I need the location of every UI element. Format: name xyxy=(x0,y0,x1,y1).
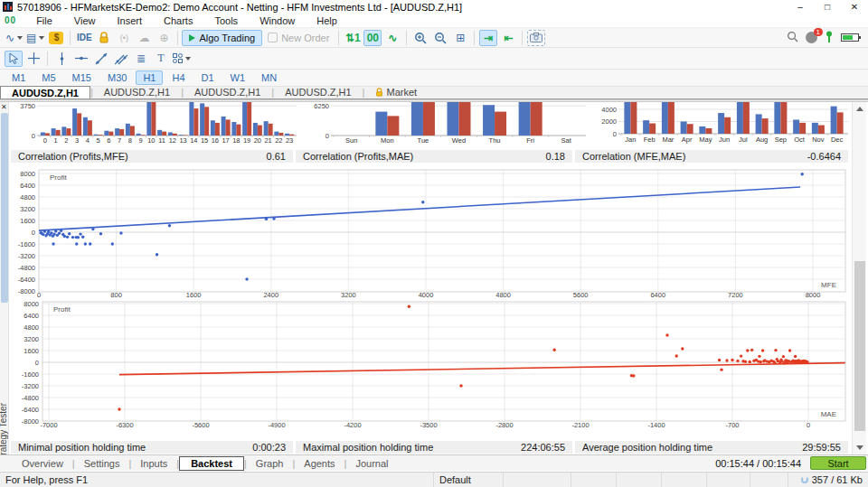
svg-text:0: 0 xyxy=(326,132,329,140)
svg-text:-3200: -3200 xyxy=(18,252,35,260)
svg-text:3750: 3750 xyxy=(20,102,35,110)
holding-time-label: Minimal position holding time xyxy=(18,442,252,453)
svg-text:Mon: Mon xyxy=(381,136,394,145)
tester-scrollbar[interactable] xyxy=(852,102,866,454)
timeframe-h4[interactable]: H4 xyxy=(165,70,192,85)
status-profile[interactable]: Default xyxy=(434,473,504,487)
timeframe-w1[interactable]: W1 xyxy=(223,70,253,85)
tester-tab-graph[interactable]: Graph xyxy=(247,457,293,470)
tester-tab-settings[interactable]: Settings xyxy=(75,457,129,470)
svg-text:2: 2 xyxy=(64,136,68,145)
svg-text:21: 21 xyxy=(264,136,271,145)
market-tab[interactable]: Market xyxy=(364,86,428,98)
minimize-button[interactable]: – xyxy=(787,1,814,14)
tile-windows-icon[interactable]: ⊞ xyxy=(451,30,469,46)
scroll-up-icon[interactable] xyxy=(856,107,863,111)
timeframe-m15[interactable]: M15 xyxy=(65,70,99,85)
svg-text:3200: 3200 xyxy=(24,335,39,343)
text-tool-icon[interactable]: T xyxy=(152,51,170,67)
chart-tab-1[interactable]: AUDUSD.Z,H1 xyxy=(93,86,181,98)
chart-shift-icon[interactable]: ⇤ xyxy=(499,30,517,46)
community-icon[interactable]: ⊕ xyxy=(155,30,173,46)
ide-button[interactable]: IDE xyxy=(75,30,93,46)
fibonacci-icon[interactable]: ≣ xyxy=(132,51,150,67)
chart-tab-0[interactable]: AUDUSD.Z,H1 xyxy=(0,86,90,98)
svg-text:-3200: -3200 xyxy=(22,382,39,390)
menu-bar: 00 FileViewInsertChartsToolsWindowHelp xyxy=(0,14,868,28)
zoom-out-icon[interactable] xyxy=(431,30,449,46)
correlation-value: -0.6464 xyxy=(807,151,841,162)
menu-item-tools[interactable]: Tools xyxy=(203,15,249,26)
vertical-line-icon[interactable] xyxy=(52,51,71,67)
title-bar: 57018906 - HFMarketsKE-Demo2: Demo Accou… xyxy=(0,0,868,14)
menu-item-charts[interactable]: Charts xyxy=(153,15,203,26)
menu-item-help[interactable]: Help xyxy=(306,15,348,26)
line-chart-icon[interactable]: ∿ xyxy=(383,30,401,46)
holding-time-value: 224:06:55 xyxy=(521,442,565,453)
timeframe-h1[interactable]: H1 xyxy=(136,70,163,85)
svg-text:-4800: -4800 xyxy=(22,394,39,402)
correlation-cell-2: Correlation (MFE,MAE)-0.6464 xyxy=(575,150,848,163)
close-button[interactable]: ✕ xyxy=(841,1,868,14)
crosshair-icon[interactable] xyxy=(24,51,42,67)
timeframe-m30[interactable]: M30 xyxy=(100,70,134,85)
tester-left-scrollbar[interactable] xyxy=(1,113,8,303)
tester-tab-journal[interactable]: Journal xyxy=(346,457,397,470)
deposit-icon[interactable]: $ xyxy=(47,30,65,46)
timeframe-m1[interactable]: M1 xyxy=(5,70,33,85)
menu-item-insert[interactable]: Insert xyxy=(107,15,154,26)
tester-tab-agents[interactable]: Agents xyxy=(295,457,344,470)
notification-badge: 1 xyxy=(814,28,823,36)
timeframe-m5[interactable]: M5 xyxy=(34,70,62,85)
market-depth-icon[interactable]: 00 xyxy=(363,30,382,46)
play-icon xyxy=(189,34,195,42)
zoom-in-icon[interactable] xyxy=(411,30,429,46)
notifications-icon[interactable]: 1 xyxy=(806,32,817,43)
tick-chart-icon[interactable]: ⇅1 xyxy=(344,30,362,46)
svg-text:MFE: MFE xyxy=(821,281,836,289)
cloud-icon[interactable]: ☁ xyxy=(135,30,153,46)
svg-text:1600: 1600 xyxy=(24,347,39,355)
svg-text:2000: 2000 xyxy=(601,117,617,126)
svg-text:0: 0 xyxy=(32,132,35,140)
screenshot-icon[interactable] xyxy=(527,30,545,46)
menu-item-view[interactable]: View xyxy=(63,15,107,26)
start-button[interactable]: Start xyxy=(810,456,866,470)
tester-close-icon[interactable]: ✕ xyxy=(1,103,7,111)
correlation-cell-1: Correlation (Profits,MAE)0.18 xyxy=(296,150,572,163)
chart-tab-bar: AUDUSD.Z,H1|AUDUSD.Z,H1|AUDUSD.Z,H1|AUDU… xyxy=(0,87,868,99)
horizontal-line-icon[interactable] xyxy=(72,51,90,67)
menu-item-file[interactable]: File xyxy=(25,15,63,26)
tester-tab-overview[interactable]: Overview xyxy=(13,457,72,470)
search-icon[interactable] xyxy=(787,31,798,44)
window-title: 57018906 - HFMarketsKE-Demo2: Demo Accou… xyxy=(17,2,462,13)
new-order-button[interactable]: New Order xyxy=(262,32,335,44)
svg-text:1600: 1600 xyxy=(20,217,35,225)
chart-profile-icon[interactable]: ∿ xyxy=(5,30,24,46)
svg-text:-8000: -8000 xyxy=(22,417,39,426)
profit-by-month-chart: 400020000JanFebMarAprMayJunJulAugSepOctN… xyxy=(592,102,850,145)
correlation-row: Correlation (Profits,MFE)0.61Correlation… xyxy=(11,150,848,163)
algo-trading-button[interactable]: Algo Trading xyxy=(182,30,262,46)
scroll-down-icon[interactable] xyxy=(856,445,863,450)
svg-text:5: 5 xyxy=(97,136,100,145)
indicator-window-icon[interactable]: ▤ xyxy=(25,30,45,46)
trendline-icon[interactable] xyxy=(92,51,110,67)
auto-scroll-icon[interactable]: ⇥ xyxy=(479,30,497,46)
timeframe-d1[interactable]: D1 xyxy=(194,70,222,85)
shapes-icon[interactable] xyxy=(172,51,192,67)
channel-icon[interactable] xyxy=(112,51,130,67)
timeframe-mn[interactable]: MN xyxy=(254,70,284,85)
maximize-button[interactable]: □ xyxy=(814,1,841,14)
chart-tab-2[interactable]: AUDUSD.Z,H1 xyxy=(184,86,271,98)
scrollbar-thumb[interactable] xyxy=(854,261,865,431)
svg-text:4: 4 xyxy=(86,136,90,145)
lock-icon[interactable] xyxy=(95,30,113,46)
tester-tab-backtest[interactable]: Backtest xyxy=(179,456,244,471)
svg-text:MAE: MAE xyxy=(821,410,836,418)
menu-item-window[interactable]: Window xyxy=(249,15,306,26)
signal-icon[interactable]: (•) xyxy=(115,30,133,46)
chart-tab-3[interactable]: AUDUSD.Z,H1 xyxy=(274,86,362,98)
cursor-icon[interactable] xyxy=(5,51,23,67)
tester-tab-inputs[interactable]: Inputs xyxy=(131,457,176,470)
